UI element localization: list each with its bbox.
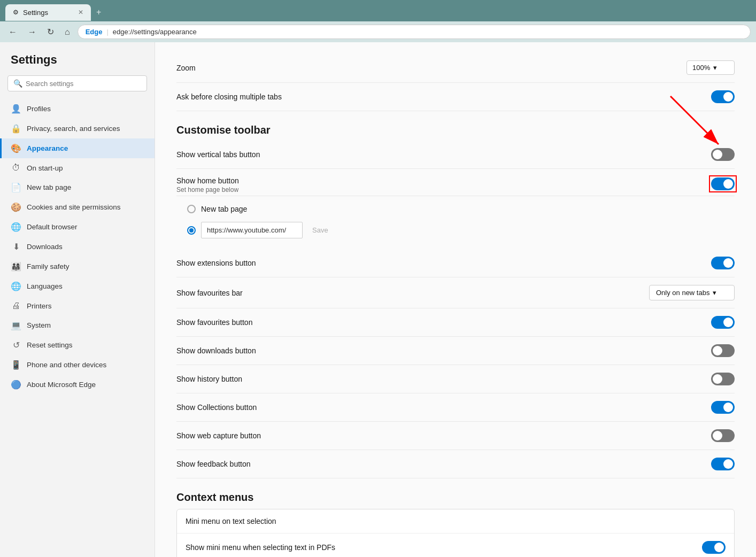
sidebar-item-family-safety[interactable]: 👨‍👩‍👧 Family safety bbox=[0, 257, 155, 276]
history-button-toggle[interactable] bbox=[711, 373, 735, 385]
home-button[interactable]: ⌂ bbox=[61, 25, 73, 39]
nav-bar: ← → ↻ ⌂ Edge | edge://settings/appearanc… bbox=[0, 21, 756, 42]
url-input[interactable] bbox=[201, 222, 303, 238]
content-area: Zoom 100% ▾ Ask before closing multiple … bbox=[155, 42, 756, 557]
address-url: edge://settings/appearance bbox=[113, 28, 197, 36]
search-box[interactable]: 🔍 bbox=[7, 75, 147, 91]
sidebar-item-phone[interactable]: 📱 Phone and other devices bbox=[0, 355, 155, 375]
mini-menu-pdf-label: Show mini menu when selecting text in PD… bbox=[186, 543, 335, 552]
radio-newtab-circle[interactable] bbox=[187, 205, 196, 213]
favourites-button-row: Show favourites button bbox=[176, 308, 735, 337]
sidebar-item-label: New tab page bbox=[27, 183, 71, 191]
sidebar: Settings 🔍 👤 Profiles 🔒 Privacy, search,… bbox=[0, 42, 155, 557]
favourites-button-toggle[interactable] bbox=[711, 316, 735, 329]
downloads-button-label: Show downloads button bbox=[176, 346, 256, 355]
privacy-icon: 🔒 bbox=[11, 123, 21, 134]
context-menus-section-title: Context menus bbox=[176, 491, 735, 504]
vertical-tabs-row: Show vertical tabs button bbox=[176, 141, 735, 169]
sidebar-item-label: Printers bbox=[27, 302, 52, 310]
radio-newtab-item[interactable]: New tab page bbox=[187, 202, 735, 216]
sidebar-item-label: About Microsoft Edge bbox=[27, 381, 96, 389]
sidebar-item-label: Default browser bbox=[27, 223, 78, 231]
back-button[interactable]: ← bbox=[5, 25, 20, 39]
sidebar-item-cookies[interactable]: 🍪 Cookies and site permissions bbox=[0, 197, 155, 217]
sidebar-item-profiles[interactable]: 👤 Profiles bbox=[0, 99, 155, 119]
reset-icon: ↺ bbox=[11, 340, 21, 350]
sidebar-item-printers[interactable]: 🖨 Printers bbox=[0, 296, 155, 315]
downloads-button-toggle[interactable] bbox=[711, 344, 735, 357]
toolbar-section-title: Customise toolbar bbox=[176, 124, 735, 136]
home-button-row: Show home button Set home page below bbox=[176, 169, 735, 196]
sidebar-item-label: Languages bbox=[27, 282, 63, 290]
sidebar-item-label: Phone and other devices bbox=[27, 361, 106, 369]
sidebar-item-label: Reset settings bbox=[27, 341, 73, 349]
feedback-button-label: Show feedback button bbox=[176, 460, 251, 468]
extensions-button-row: Show extensions button bbox=[176, 249, 735, 277]
extensions-button-toggle[interactable] bbox=[711, 257, 735, 269]
radio-url-item[interactable]: Save bbox=[187, 216, 735, 244]
sidebar-item-default-browser[interactable]: 🌐 Default browser bbox=[0, 217, 155, 237]
sidebar-item-label: Privacy, search, and services bbox=[27, 125, 120, 133]
downloads-button-row: Show downloads button bbox=[176, 337, 735, 365]
sidebar-item-about[interactable]: 🔵 About Microsoft Edge bbox=[0, 375, 155, 394]
webcapture-button-label: Show web capture button bbox=[176, 431, 261, 440]
sidebar-item-reset[interactable]: ↺ Reset settings bbox=[0, 335, 155, 355]
sidebar-item-label: Appearance bbox=[27, 144, 68, 152]
favourites-bar-dropdown[interactable]: Only on new tabs ▾ bbox=[649, 285, 735, 300]
ask-close-tabs-label: Ask before closing multiple tabs bbox=[176, 92, 282, 101]
printers-icon: 🖨 bbox=[11, 301, 21, 311]
profiles-icon: 👤 bbox=[11, 104, 21, 114]
active-tab[interactable]: ⚙ Settings ✕ bbox=[5, 4, 91, 21]
edge-brand: Edge bbox=[86, 28, 103, 36]
zoom-label: Zoom bbox=[176, 64, 196, 72]
main-layout: Settings 🔍 👤 Profiles 🔒 Privacy, search,… bbox=[0, 42, 756, 557]
browser-chrome: ⚙ Settings ✕ + ← → ↻ ⌂ Edge | edge://set… bbox=[0, 0, 756, 42]
cookies-icon: 🍪 bbox=[11, 202, 21, 212]
phone-icon: 📱 bbox=[11, 360, 21, 370]
sidebar-item-appearance[interactable]: 🎨 Appearance bbox=[0, 138, 155, 158]
sidebar-item-label: Cookies and site permissions bbox=[27, 203, 121, 211]
search-input[interactable] bbox=[26, 80, 141, 88]
startup-icon: ⏱ bbox=[11, 163, 21, 173]
tab-title: Settings bbox=[23, 9, 48, 17]
collections-button-row: Show Collections button bbox=[176, 393, 735, 422]
sidebar-item-system[interactable]: 💻 System bbox=[0, 315, 155, 335]
ask-close-tabs-toggle[interactable] bbox=[711, 90, 735, 103]
close-tab-button[interactable]: ✕ bbox=[78, 9, 83, 16]
webcapture-button-row: Show web capture button bbox=[176, 422, 735, 450]
context-menus-box: Mini menu on text selection Show mini me… bbox=[176, 509, 735, 557]
webcapture-button-toggle[interactable] bbox=[711, 429, 735, 442]
sidebar-item-languages[interactable]: 🌐 Languages bbox=[0, 276, 155, 296]
home-button-toggle[interactable] bbox=[711, 177, 735, 190]
sidebar-item-downloads[interactable]: ⬇ Downloads bbox=[0, 237, 155, 257]
vertical-tabs-toggle[interactable] bbox=[711, 148, 735, 161]
favourites-bar-value: Only on new tabs bbox=[656, 289, 709, 297]
collections-button-toggle[interactable] bbox=[711, 401, 735, 414]
collections-button-label: Show Collections button bbox=[176, 403, 257, 412]
new-tab-button[interactable]: + bbox=[92, 3, 105, 21]
sidebar-item-privacy[interactable]: 🔒 Privacy, search, and services bbox=[0, 119, 155, 138]
forward-button[interactable]: → bbox=[25, 25, 40, 39]
history-button-row: Show history button bbox=[176, 365, 735, 393]
save-url-button[interactable]: Save bbox=[308, 223, 333, 237]
mini-menu-label: Mini menu on text selection bbox=[186, 517, 276, 525]
default-browser-icon: 🌐 bbox=[11, 222, 21, 232]
zoom-value: 100% bbox=[692, 64, 710, 72]
family-safety-icon: 👨‍👩‍👧 bbox=[11, 261, 21, 272]
home-button-label: Show home button bbox=[176, 176, 239, 185]
sidebar-item-label: On start-up bbox=[27, 164, 63, 172]
tab-favicon: ⚙ bbox=[13, 9, 19, 16]
mini-menu-pdf-row: Show mini menu when selecting text in PD… bbox=[177, 533, 734, 557]
mini-menu-pdf-toggle[interactable] bbox=[702, 541, 726, 554]
languages-icon: 🌐 bbox=[11, 281, 21, 291]
feedback-button-toggle[interactable] bbox=[711, 458, 735, 470]
refresh-button[interactable]: ↻ bbox=[44, 25, 57, 39]
sidebar-item-newtab[interactable]: 📄 New tab page bbox=[0, 177, 155, 197]
sidebar-item-startup[interactable]: ⏱ On start-up bbox=[0, 158, 155, 177]
chevron-down-icon: ▾ bbox=[713, 64, 717, 72]
address-bar[interactable]: Edge | edge://settings/appearance bbox=[78, 25, 751, 39]
chevron-down-icon: ▾ bbox=[713, 289, 716, 297]
favourites-button-label: Show favourites button bbox=[176, 318, 252, 327]
zoom-dropdown[interactable]: 100% ▾ bbox=[686, 60, 735, 75]
radio-url-circle[interactable] bbox=[187, 226, 196, 235]
